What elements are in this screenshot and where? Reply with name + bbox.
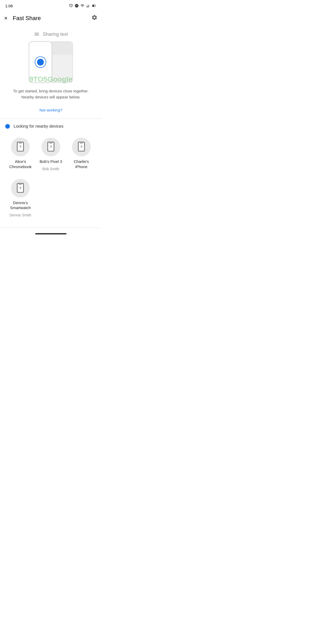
dennis-device-icon: ?	[16, 183, 25, 193]
close-button[interactable]: ×	[4, 15, 8, 21]
svg-rect-1	[87, 6, 88, 7]
bottom-divider	[0, 228, 102, 228]
wifi-icon	[80, 4, 85, 8]
phone-right-top	[50, 42, 73, 55]
nearby-dot	[5, 124, 10, 129]
bob-device-icon: ?	[47, 142, 55, 152]
instructions-section: 9TO5Google To get started, bring devices…	[0, 88, 102, 103]
device-charlie[interactable]: ? Charlie's iPhone	[66, 135, 97, 174]
svg-text:?: ?	[50, 145, 52, 149]
svg-text:?: ?	[19, 145, 21, 149]
sharing-text-label: Sharing text	[43, 32, 68, 37]
phone-animation	[0, 41, 102, 88]
bob-device-owner: Bob Smith	[43, 167, 59, 171]
nearby-label: Looking for nearby devices	[14, 124, 63, 129]
alice-device-icon: ?	[16, 142, 25, 152]
nearby-row: Looking for nearby devices	[5, 124, 97, 129]
alice-icon-circle: ?	[11, 138, 30, 156]
bob-icon-circle: ?	[41, 138, 60, 156]
phone-left	[29, 41, 52, 83]
app-bar: × Fast Share	[0, 10, 102, 26]
nearby-section: Looking for nearby devices ? Alice's Chr…	[0, 119, 102, 228]
device-dennis[interactable]: ? Dennis's Smartwatch Dennis Smith	[5, 176, 36, 220]
charlie-icon-circle: ?	[72, 138, 91, 156]
dennis-device-name: Dennis's Smartwatch	[6, 200, 35, 210]
svg-rect-0	[86, 7, 87, 7]
instruction-text: To get started, bring devices close toge…	[8, 88, 94, 100]
app-title: Fast Share	[13, 15, 41, 22]
status-icons	[69, 4, 97, 8]
home-bar	[35, 233, 67, 234]
svg-rect-5	[93, 5, 94, 7]
svg-text:?: ?	[19, 186, 21, 190]
battery-icon	[92, 4, 97, 8]
gear-icon	[91, 14, 98, 21]
minus-circle-icon	[75, 4, 79, 8]
phone-dot-inner	[37, 59, 44, 66]
svg-rect-2	[88, 5, 89, 7]
status-bar: 1:06	[0, 0, 102, 10]
dennis-icon-circle: ?	[11, 179, 30, 198]
phone-right	[50, 41, 73, 83]
sharing-text-row: Sharing text	[0, 26, 102, 41]
charlie-device-name: Charlie's iPhone	[67, 159, 95, 169]
home-indicator	[0, 231, 102, 237]
charlie-device-icon: ?	[77, 142, 86, 152]
not-working-section[interactable]: Not working?	[0, 103, 102, 119]
device-alice[interactable]: ? Alice's Chromebook	[5, 135, 36, 174]
devices-grid-top: ? Alice's Chromebook ? Bob's Pixel 3 Bob…	[5, 135, 97, 176]
not-working-button[interactable]: Not working?	[39, 108, 62, 112]
settings-button[interactable]	[91, 14, 98, 22]
alarm-icon	[69, 4, 73, 8]
text-lines-icon	[34, 31, 40, 37]
phone-dot	[35, 56, 46, 68]
device-bob[interactable]: ? Bob's Pixel 3 Bob Smith	[36, 135, 66, 174]
app-bar-left: × Fast Share	[4, 15, 41, 22]
svg-rect-3	[89, 5, 89, 7]
svg-text:?: ?	[80, 145, 82, 149]
dennis-device-owner: Dennis Smith	[10, 213, 31, 217]
bob-device-name: Bob's Pixel 3	[40, 159, 62, 164]
status-time: 1:06	[5, 4, 13, 8]
devices-grid-bottom: ? Dennis's Smartwatch Dennis Smith	[5, 176, 97, 225]
alice-device-name: Alice's Chromebook	[6, 159, 35, 169]
signal-icon	[86, 4, 90, 8]
